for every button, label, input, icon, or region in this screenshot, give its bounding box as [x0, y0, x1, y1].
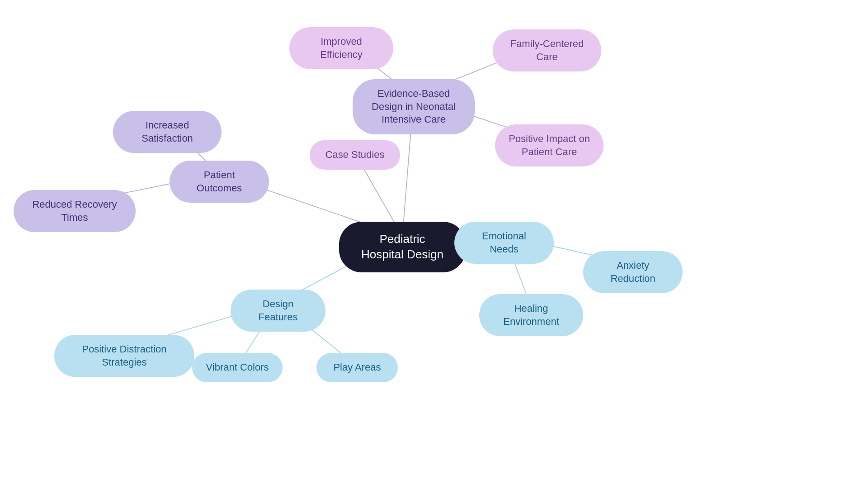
node-evidence-based: Evidence-Based Design in Neonatal Intens… [353, 79, 475, 134]
node-improved-efficiency: Improved Efficiency [289, 27, 393, 69]
node-family-centered: Family-Centered Care [493, 29, 601, 71]
node-positive-distraction: Positive Distraction Strategies [54, 335, 194, 377]
node-emotional-needs: Emotional Needs [454, 222, 554, 264]
node-anxiety-reduction: Anxiety Reduction [583, 251, 683, 293]
node-positive-impact: Positive Impact on Patient Care [495, 124, 604, 167]
node-case-studies: Case Studies [310, 140, 400, 170]
node-reduced-recovery: Reduced Recovery Times [14, 190, 136, 232]
mind-map-container: Pediatric Hospital DesignEvidence-Based … [0, 0, 868, 490]
node-patient-outcomes: Patient Outcomes [170, 161, 269, 203]
node-healing-environment: Healing Environment [479, 294, 583, 336]
node-vibrant-colors: Vibrant Colors [192, 353, 283, 382]
node-increased-satisfaction: Increased Satisfaction [113, 111, 222, 153]
node-center: Pediatric Hospital Design [339, 222, 466, 272]
node-play-areas: Play Areas [316, 353, 398, 382]
node-design-features: Design Features [231, 290, 326, 332]
